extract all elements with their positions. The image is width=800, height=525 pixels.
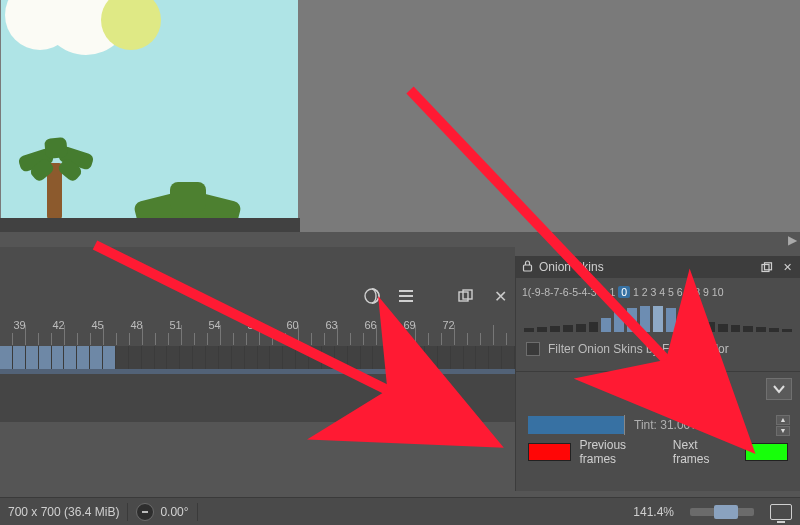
canvas-dimensions-readout: 700 x 700 (36.4 MiB) [0,505,127,519]
rotation-value: 0.00° [160,505,188,519]
rotation-knob-icon[interactable] [136,503,154,521]
timeline-docker: ✕ 394245485154576063666972 [0,247,515,422]
canvas-v-scroll-arrow[interactable]: ▶ [788,233,798,243]
divider [516,371,800,372]
tint-slider[interactable] [528,416,624,434]
scene-preview [1,0,298,218]
frame-colors-row: Previous frames Next frames [528,442,788,462]
bush-art [136,178,246,218]
float-docker-icon[interactable] [760,260,774,274]
zoom-value: 141.4% [633,505,674,519]
filter-by-color-checkbox[interactable] [526,342,540,356]
zoom-slider[interactable] [690,508,754,516]
timeline-empty-area [0,374,515,422]
status-bar: 700 x 700 (36.4 MiB) 0.00° 141.4% [0,497,800,525]
canvas-border-strip [0,218,300,232]
onion-docker-titlebar[interactable]: Onion Skins ✕ [516,256,800,278]
close-docker-icon[interactable]: ✕ [491,287,509,305]
next-frames-label: Next frames [673,438,737,466]
rotation-readout[interactable]: 0.00° [128,503,196,521]
close-docker-icon[interactable]: ✕ [780,260,794,274]
onion-opacity-bars[interactable] [524,304,792,332]
expand-settings-button[interactable] [766,378,792,400]
svg-rect-6 [524,265,532,271]
filter-by-color-label: Filter Onion Skins by Frame Color [548,342,729,356]
float-docker-icon[interactable] [457,287,475,305]
fullscreen-icon[interactable] [770,504,792,520]
zoom-readout[interactable]: 141.4% [625,505,682,519]
svg-rect-7 [762,264,769,271]
previous-frames-label: Previous frames [579,438,664,466]
filter-by-color-row: Filter Onion Skins by Frame Color [526,340,790,358]
hamburger-menu-icon[interactable] [397,287,415,305]
onionskin-toggle-icon[interactable] [363,287,381,305]
timeline-ruler[interactable]: 394245485154576063666972 [0,319,515,345]
timeline-frame-track[interactable] [0,346,515,369]
canvas-viewport[interactable] [0,0,800,232]
onion-frame-number-line[interactable]: 1(-9-8-7-6-5-4-3-2-1 0 1 2 3 4 5 6 7 8 9… [522,286,794,299]
onion-skins-docker: Onion Skins ✕ 1(-9-8-7-6-5-4-3-2-1 0 1 2… [515,256,800,491]
palm-leaves-art [19,136,95,182]
tint-spin-buttons[interactable]: ▲▼ [776,415,788,436]
tint-row: Tint: 31.00% ▲▼ [528,414,788,436]
timeline-toolbar: ✕ [363,287,509,305]
cloud-art [1,0,111,80]
next-frames-color-swatch[interactable] [745,443,788,461]
svg-rect-8 [765,262,772,269]
lock-icon[interactable] [522,260,533,275]
onion-docker-title: Onion Skins [539,260,604,274]
tint-value-label: Tint: 31.00% [634,418,701,432]
previous-frames-color-swatch[interactable] [528,443,571,461]
